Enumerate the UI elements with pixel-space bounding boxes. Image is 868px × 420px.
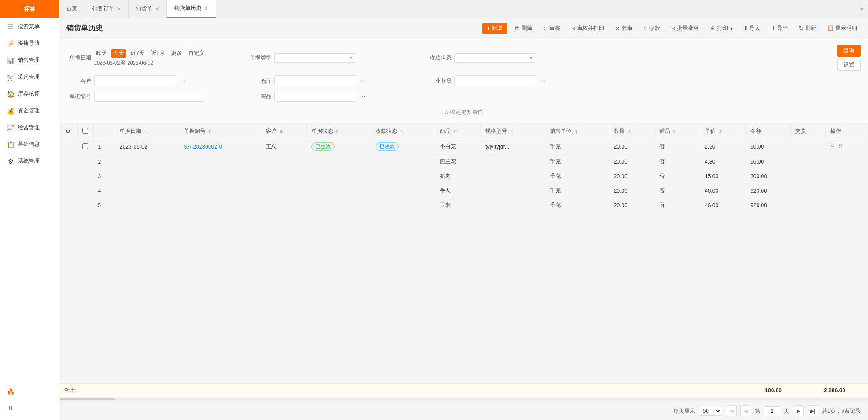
td-check-2[interactable]	[77, 169, 93, 184]
sidebar-item-inventory[interactable]: 🏠 库存核算	[0, 85, 59, 102]
sort-doc-no-icon[interactable]: ⇅	[208, 129, 212, 134]
collect-button[interactable]: ⊙ 收款	[640, 23, 664, 34]
tab-close-sales-history[interactable]: ✕	[204, 5, 208, 11]
sort-goods-icon[interactable]: ⇅	[453, 129, 457, 134]
sort-customer-icon[interactable]: ⇅	[279, 129, 283, 134]
th-quantity[interactable]: 数量 ⇅	[609, 124, 654, 139]
th-spec[interactable]: 规格型号 ⇅	[481, 124, 545, 139]
abandon-button[interactable]: ⊙ 弃审	[612, 23, 636, 34]
edit-action-0[interactable]: ✎	[830, 143, 835, 150]
sidebar-item-finance[interactable]: 💰 资金管理	[0, 102, 59, 119]
td-goods-3: 牛肉	[435, 184, 481, 198]
doc-no-input[interactable]	[94, 91, 203, 102]
date-tab-yesterday[interactable]: 昨天	[94, 49, 109, 58]
goods-dots-icon[interactable]: ···	[361, 93, 365, 100]
td-trade-4	[791, 198, 826, 213]
sort-sales-unit-icon[interactable]: ⇅	[574, 129, 577, 134]
th-unit-price[interactable]: 单价 ⇅	[700, 124, 746, 139]
sidebar-item-sys-mgmt[interactable]: ⚙ 系统管理	[0, 153, 59, 170]
th-customer[interactable]: 客户 ⇅	[261, 124, 306, 139]
tab-home[interactable]: 首页	[59, 0, 85, 18]
th-gift[interactable]: 赠品 ⇅	[654, 124, 700, 139]
batch-change-button[interactable]: ⊙ 批量变更	[667, 23, 702, 34]
td-customer-2	[261, 169, 306, 184]
date-tab-today[interactable]: 今天	[111, 49, 126, 58]
scroll-thumb[interactable]	[60, 398, 115, 400]
sort-pay-status-icon[interactable]: ⇅	[400, 129, 403, 134]
delete-button[interactable]: 🗑 删除	[511, 23, 536, 34]
prev-page-button[interactable]: ◀	[740, 405, 751, 416]
th-pay-status[interactable]: 收款状态 ⇅	[371, 124, 435, 139]
last-page-button[interactable]: ▶|	[808, 405, 818, 416]
sidebar-item-basic-info[interactable]: 📋 基础信息	[0, 136, 59, 153]
sidebar-bottom-item-1[interactable]: 🔥	[0, 384, 59, 400]
export-button[interactable]: ⬇ 导出	[768, 23, 792, 34]
page-number-input[interactable]	[764, 406, 780, 415]
filter-settings-button[interactable]: 设置	[837, 59, 861, 71]
date-tab-1month[interactable]: 近1月	[149, 49, 167, 58]
date-tab-7days[interactable]: 近7天	[129, 49, 146, 58]
date-tab-more[interactable]: 更多	[169, 49, 184, 58]
td-quantity-3: 20.00	[609, 184, 654, 198]
goods-input[interactable]	[274, 91, 356, 102]
row-checkbox-0[interactable]	[82, 143, 88, 149]
sort-gift-icon[interactable]: ⇅	[672, 129, 676, 134]
next-page-button[interactable]: ▶	[793, 405, 804, 416]
warehouse-dots-icon[interactable]: ···	[361, 78, 365, 84]
customer-input[interactable]	[94, 75, 176, 86]
th-sales-unit[interactable]: 销售单位 ⇅	[545, 124, 609, 139]
horizontal-scrollbar[interactable]	[59, 397, 868, 401]
sort-doc-status-icon[interactable]: ⇅	[336, 129, 339, 134]
warehouse-input[interactable]	[274, 75, 356, 86]
display-detail-button[interactable]: 📋 显示明细	[823, 23, 861, 34]
doc-no-link-0[interactable]: SA-20230602-0	[184, 144, 222, 150]
sidebar-item-purchase-mgmt[interactable]: 🛒 采购管理	[0, 69, 59, 85]
td-check-1[interactable]	[77, 155, 93, 169]
query-button[interactable]: 查询	[837, 45, 861, 57]
sidebar-item-sales-mgmt[interactable]: 📊 销售管理	[0, 52, 59, 69]
sort-doc-date-icon[interactable]: ⇅	[144, 129, 147, 134]
td-check-0[interactable]	[77, 139, 93, 155]
th-settings[interactable]: ⚙	[59, 124, 77, 139]
th-doc-date[interactable]: 单据日期 ⇅	[115, 124, 179, 139]
per-page-select[interactable]: 20 50 100	[699, 406, 722, 416]
tab-sales-history[interactable]: 销货单历史 ✕	[167, 0, 216, 18]
doc-type-select[interactable]: ▾	[274, 53, 356, 63]
sort-spec-icon[interactable]: ⇅	[510, 129, 513, 134]
footer-values: 100.00 2,286.00	[91, 387, 863, 394]
th-doc-status[interactable]: 单据状态 ⇅	[306, 124, 371, 139]
sidebar-item-search-menu[interactable]: ☰ 搜索菜单	[0, 18, 59, 35]
import-button[interactable]: ⬆ 导入	[740, 23, 764, 34]
sidebar-bottom-item-2[interactable]: ⏸	[0, 400, 59, 416]
tab-close-sales-goods[interactable]: ✕	[155, 6, 159, 12]
refresh-button[interactable]: ↻ 刷新	[795, 23, 819, 34]
tab-close-sales-order[interactable]: ✕	[117, 6, 121, 12]
salesperson-dots-icon[interactable]: ···	[541, 78, 545, 84]
sort-unit-price-icon[interactable]: ⇅	[718, 129, 722, 134]
tab-sales-goods[interactable]: 销货单 ✕	[129, 0, 167, 18]
review-button[interactable]: ⊙ 审核	[540, 23, 564, 34]
first-page-button[interactable]: |◀	[726, 405, 737, 416]
select-all-checkbox[interactable]	[82, 128, 88, 134]
customer-dots-icon[interactable]: ···	[181, 78, 185, 84]
td-check-3[interactable]	[77, 184, 93, 198]
td-check-4[interactable]	[77, 198, 93, 213]
th-goods[interactable]: 商品 ⇅	[435, 124, 481, 139]
collapse-row[interactable]: ∧ 收起更多条件	[66, 106, 861, 118]
more-action-0[interactable]: ⠿	[838, 143, 843, 150]
td-doc-date-4	[115, 198, 179, 213]
sidebar-item-quick-nav[interactable]: ⚡ 快捷导航	[0, 35, 59, 52]
tab-sales-order[interactable]: 销售订单 ✕	[85, 0, 129, 18]
window-close-icon[interactable]: ✕	[859, 5, 864, 13]
payment-status-select[interactable]: ▾	[454, 53, 536, 63]
new-button[interactable]: + 新增	[482, 23, 507, 34]
review-print-button[interactable]: ⊙ 审核并打印	[567, 23, 608, 34]
print-button[interactable]: 🖨 打印	[706, 23, 736, 34]
sort-quantity-icon[interactable]: ⇅	[627, 129, 631, 134]
salesperson-input[interactable]	[454, 75, 536, 86]
th-trade: 交货	[791, 124, 826, 139]
date-tab-custom[interactable]: 自定义	[186, 49, 206, 58]
date-filter-field: 单据日期 昨天 今天 近7天 近1月 更多 自定义 2023-06-02 至 2…	[66, 49, 239, 66]
th-doc-no[interactable]: 单据编号 ⇅	[179, 124, 261, 139]
sidebar-item-ops-mgmt[interactable]: 📈 经营管理	[0, 119, 59, 136]
